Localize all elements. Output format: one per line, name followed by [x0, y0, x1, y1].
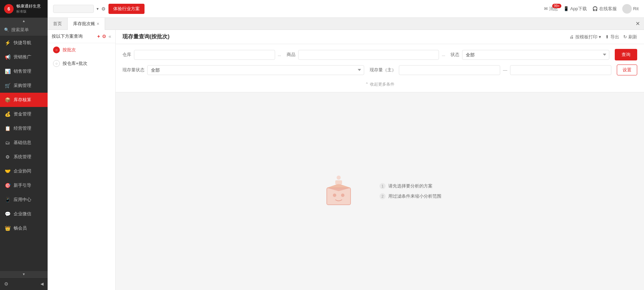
sidebar-item-shortcuts[interactable]: ⚡ 快捷导航 — [0, 36, 48, 50]
empty-row: 1 请先选择要分析的方案 2 用过滤条件来缩小分析范围 — [318, 174, 441, 208]
step-num-1: 1 — [379, 183, 386, 189]
tab-close-icon[interactable]: × — [97, 21, 99, 26]
sidebar-item-basic[interactable]: 🗂 基础信息 — [0, 135, 48, 150]
warehouse-more[interactable]: ... — [278, 52, 281, 57]
product-input[interactable] — [298, 50, 439, 60]
plan-item-by-warehouse-batch[interactable]: ○ 按仓库+批次 — [48, 57, 115, 70]
print-icon: 🖨 — [570, 34, 574, 39]
sidebar-item-inventory[interactable]: 📦 库存核算 — [0, 93, 48, 107]
print-label: 按模板打印 — [575, 34, 597, 40]
sidebar-item-label: 企业微信 — [14, 211, 44, 217]
sidebar-item-label: 系统管理 — [14, 154, 44, 160]
sidebar-item-wechat[interactable]: 💬 企业微信 — [0, 207, 48, 221]
svg-point-7 — [337, 176, 341, 180]
topbar-gear-icon[interactable]: ⚙ — [101, 6, 106, 12]
app-subtitle: 标准版 — [16, 9, 41, 14]
svg-point-5 — [341, 194, 344, 197]
online-service-btn[interactable]: 🎧 在线客服 — [592, 6, 617, 12]
sidebar-bottom: ⚙ ◀ — [0, 277, 48, 290]
inventory-icon: 📦 — [4, 97, 11, 103]
collab-icon: 🤝 — [4, 168, 11, 174]
sidebar-item-label: 快捷导航 — [14, 40, 44, 46]
sidebar-search[interactable]: 🔍 搜索菜单 — [0, 24, 48, 36]
quantity-from-input[interactable] — [399, 65, 500, 75]
sidebar-search-label: 搜索菜单 — [11, 27, 29, 33]
username-label: Rit — [633, 6, 639, 11]
plan-collapse-icon[interactable]: « — [108, 34, 111, 39]
sidebar-item-finance[interactable]: 💰 资金管理 — [0, 107, 48, 121]
sidebar-item-label: 资金管理 — [14, 111, 44, 117]
shortcuts-icon: ⚡ — [4, 40, 11, 46]
sidebar-item-newguide[interactable]: 🎯 新手引导 — [0, 178, 48, 193]
print-btn[interactable]: 🖨 按模板打印 ▾ — [570, 34, 601, 40]
plan-item-by-batch[interactable]: ○ 按批次 — [48, 43, 115, 57]
product-filter-group: 商品 ... — [287, 50, 445, 60]
sidebar-item-system[interactable]: ⚙ 系统管理 — [0, 150, 48, 164]
purchase-icon: 🛒 — [4, 83, 11, 88]
tab-home[interactable]: 首页 — [48, 18, 68, 30]
quantity-label: 现存量（主） — [370, 67, 396, 73]
sidebar-item-purchase[interactable]: 🛒 采购管理 — [0, 78, 48, 93]
empty-steps: 1 请先选择要分析的方案 2 用过滤条件来缩小分析范围 — [379, 183, 441, 199]
content-area: 按以下方案查询 + ⚙ « ○ 按批次 ○ 按仓库+批次 现存量查询(按批次) — [48, 30, 644, 290]
step-text-2: 用过滤条件来缩小分析范围 — [388, 193, 441, 199]
plan-panel: 按以下方案查询 + ⚙ « ○ 按批次 ○ 按仓库+批次 — [48, 30, 116, 290]
sidebar-settings-icon[interactable]: ⚙ — [4, 281, 9, 287]
messages-btn[interactable]: ✉ 消息 99+ — [544, 6, 558, 12]
settings-btn[interactable]: 设置 — [617, 65, 637, 75]
sidebar-item-label: 销售管理 — [14, 68, 44, 74]
quantity-to-input[interactable] — [510, 65, 611, 75]
quantity-filter-group: 现存量（主） — — [370, 65, 611, 75]
plan-header-actions: + ⚙ « — [97, 34, 111, 39]
query-btn[interactable]: 查询 — [615, 49, 637, 60]
step-text-1: 请先选择要分析的方案 — [388, 183, 433, 189]
member-icon: 👑 — [4, 225, 11, 231]
experience-btn[interactable]: 体验行业方案 — [108, 4, 145, 14]
topbar-dropdown-icon[interactable]: ▾ — [97, 6, 99, 11]
product-more[interactable]: ... — [442, 52, 445, 57]
sidebar-item-marketing[interactable]: 📢 营销推广 — [0, 50, 48, 64]
plan-header: 按以下方案查询 + ⚙ « — [48, 30, 115, 43]
sidebar-item-member[interactable]: 👑 畅会员 — [0, 221, 48, 235]
sidebar-item-collab[interactable]: 🤝 企业协同 — [0, 164, 48, 178]
plan-add-icon[interactable]: + — [97, 34, 100, 39]
app-title: 畅康通好生意 — [16, 4, 41, 9]
export-label: 导出 — [610, 34, 619, 40]
sidebar-scroll-down[interactable]: ▼ — [0, 271, 48, 277]
status-select[interactable]: 全部 — [462, 50, 609, 60]
filter-row-2: 现存量状态 全部 现存量（主） — 设置 — [122, 65, 637, 75]
plan-settings-icon[interactable]: ⚙ — [102, 34, 106, 39]
user-avatar — [622, 4, 632, 14]
main-area: ▾ ⚙ 体验行业方案 ✉ 消息 99+ 📱 App下载 🎧 在线客服 Rit — [48, 0, 644, 290]
page-header: 现存量查询(按批次) 🖨 按模板打印 ▾ ⬆ 导出 ↻ 刷新 — [116, 30, 644, 44]
page-title: 现存量查询(按批次) — [122, 33, 170, 40]
sidebar-item-sales[interactable]: 📊 销售管理 — [0, 64, 48, 78]
export-btn[interactable]: ⬆ 导出 — [605, 34, 619, 40]
empty-step-1: 1 请先选择要分析的方案 — [379, 183, 441, 189]
app-download-btn[interactable]: 📱 App下载 — [563, 6, 587, 12]
sidebar-collapse-icon[interactable]: ◀ — [40, 282, 44, 286]
operations-icon: 📋 — [4, 126, 11, 131]
right-content: 现存量查询(按批次) 🖨 按模板打印 ▾ ⬆ 导出 ↻ 刷新 — [116, 30, 644, 290]
sidebar-scroll-up[interactable]: ▲ — [0, 18, 48, 24]
collapse-label: 收起更多条件 — [370, 82, 394, 87]
sidebar-item-label: 企业协同 — [14, 168, 44, 174]
refresh-btn[interactable]: ↻ 刷新 — [623, 34, 637, 40]
system-icon: ⚙ — [4, 154, 11, 160]
tab-inventory-batch[interactable]: 库存批次账 × — [68, 18, 105, 30]
sidebar-item-label: 新手引导 — [14, 182, 44, 188]
topbar-search-input[interactable] — [53, 5, 94, 13]
sidebar-item-operations[interactable]: 📋 经营管理 — [0, 121, 48, 135]
global-close-icon[interactable]: ✕ — [631, 20, 644, 27]
sidebar-item-appcenter[interactable]: 📱 应用中心 — [0, 193, 48, 207]
empty-step-2: 2 用过滤条件来缩小分析范围 — [379, 193, 441, 199]
marketing-icon: 📢 — [4, 54, 11, 60]
sidebar-item-label: 库存核算 — [14, 97, 44, 103]
inventory-status-label: 现存量状态 — [122, 67, 145, 73]
warehouse-filter-group: 仓库 ... — [122, 50, 281, 60]
inventory-status-select[interactable]: 全部 — [147, 65, 364, 75]
user-menu-btn[interactable]: Rit — [622, 4, 639, 14]
collapse-more-btn[interactable]: ⌃ 收起更多条件 — [122, 79, 637, 87]
warehouse-input[interactable] — [134, 50, 275, 60]
print-dropdown-icon[interactable]: ▾ — [599, 34, 601, 39]
